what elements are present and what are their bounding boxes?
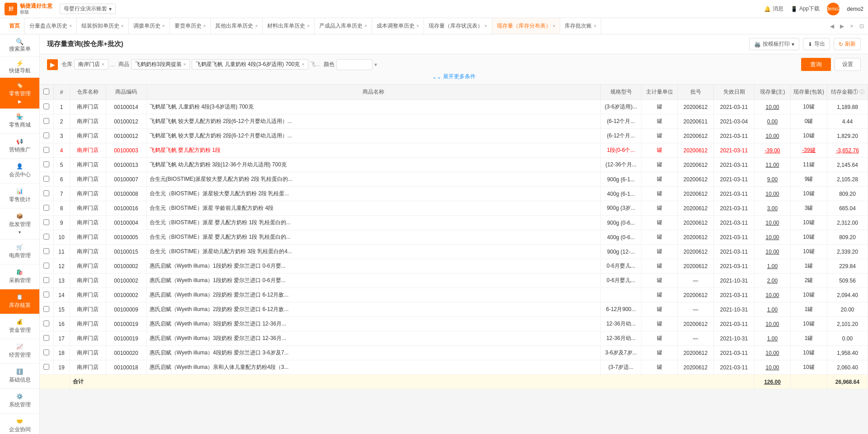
- row-stock1[interactable]: 10.00: [755, 129, 791, 143]
- settings-button[interactable]: 设置: [835, 58, 861, 71]
- row-stock1[interactable]: 2.00: [755, 274, 791, 288]
- product-more-icon[interactable]: 飞...: [310, 61, 320, 68]
- row-checkbox[interactable]: [43, 349, 49, 355]
- row-stock1[interactable]: 10.00: [755, 360, 791, 375]
- sidebar-item-ecommerce[interactable]: 🛒 电商管理: [0, 240, 39, 264]
- query-button[interactable]: 查询: [801, 58, 831, 71]
- close-icon[interactable]: ×: [255, 24, 258, 28]
- row-stock1[interactable]: -39.00: [755, 143, 791, 158]
- row-checkbox-cell[interactable]: [40, 259, 53, 274]
- row-checkbox[interactable]: [43, 219, 49, 225]
- row-stock1[interactable]: 1.00: [755, 302, 791, 317]
- close-icon[interactable]: ×: [485, 24, 487, 28]
- row-stock1[interactable]: 1.00: [755, 331, 791, 346]
- tab-yaohuo-history[interactable]: 要货单历史 ×: [170, 18, 211, 34]
- row-checkbox[interactable]: [43, 104, 49, 109]
- row-checkbox[interactable]: [43, 205, 49, 211]
- warehouse-tag[interactable]: 南岸门店 ×: [74, 59, 108, 70]
- row-checkbox[interactable]: [43, 306, 49, 312]
- tab-chancheng-history[interactable]: 产成品入库单历史 ×: [315, 18, 372, 34]
- close-icon[interactable]: ×: [69, 24, 72, 28]
- row-checkbox[interactable]: [43, 118, 49, 124]
- close-icon[interactable]: ×: [594, 24, 596, 28]
- template-print-button[interactable]: 🖨️ 按模板打印 ▾: [749, 38, 799, 50]
- close-icon[interactable]: ×: [307, 24, 310, 28]
- row-stock1[interactable]: 10.00: [755, 230, 791, 245]
- close-icon[interactable]: ×: [364, 24, 367, 28]
- row-checkbox-cell[interactable]: [40, 317, 53, 331]
- expand-filter-button[interactable]: ⌄⌄ 展开更多条件: [432, 73, 476, 80]
- row-checkbox[interactable]: [43, 132, 49, 138]
- sidebar-item-purchase[interactable]: 🛍️ 采购管理: [0, 264, 39, 289]
- row-stock1[interactable]: 10.00: [755, 187, 791, 201]
- tab-fenliang-history[interactable]: 分量盘点单历史 ×: [25, 18, 77, 34]
- row-checkbox-cell[interactable]: [40, 302, 53, 317]
- sidebar-item-inventory[interactable]: 📋 库存核算: [0, 289, 39, 314]
- row-checkbox[interactable]: [43, 321, 49, 326]
- row-checkbox-cell[interactable]: [40, 274, 53, 288]
- user-avatar[interactable]: demo2: [827, 3, 840, 15]
- tab-xiancunliang-dist[interactable]: 现存量（库存分布表） ×: [492, 18, 561, 34]
- sidebar-item-enterprise[interactable]: 🤝 企业协同: [0, 414, 39, 434]
- row-checkbox-cell[interactable]: [40, 143, 53, 158]
- row-stock1[interactable]: 1.00: [755, 259, 791, 274]
- app-download-button[interactable]: 📱 App下载: [791, 5, 820, 13]
- row-stock1[interactable]: 11.00: [755, 158, 791, 172]
- sidebar-item-system[interactable]: ⚙️ 系统管理: [0, 389, 39, 414]
- row-stock1[interactable]: 10.00: [755, 245, 791, 259]
- row-checkbox[interactable]: [43, 263, 49, 269]
- row-checkbox-cell[interactable]: [40, 158, 53, 172]
- row-checkbox[interactable]: [43, 234, 49, 240]
- close-icon[interactable]: ×: [553, 24, 556, 28]
- row-checkbox-cell[interactable]: [40, 129, 53, 143]
- refresh-button[interactable]: ↻ 刷新: [834, 38, 861, 50]
- row-checkbox[interactable]: [43, 190, 49, 196]
- row-stock1[interactable]: 0.00: [755, 114, 791, 129]
- row-checkbox[interactable]: [43, 335, 49, 341]
- sidebar-item-retail[interactable]: 🏷️ 零售管理 ▶: [0, 78, 39, 109]
- sidebar-item-operations[interactable]: 📈 经营管理: [0, 339, 39, 364]
- tab-chengbentiaoz-history[interactable]: 成本调整单历史 ×: [372, 18, 424, 34]
- tab-kucunpici-account[interactable]: 库存批次账 ×: [560, 18, 601, 34]
- tab-home[interactable]: 首页: [5, 18, 25, 34]
- row-checkbox-cell[interactable]: [40, 201, 53, 216]
- close-icon[interactable]: ×: [203, 24, 206, 28]
- sidebar-item-finance[interactable]: 💰 资金管理: [0, 314, 39, 339]
- close-icon[interactable]: ×: [162, 24, 165, 28]
- messages-button[interactable]: 🔔 消息: [764, 5, 783, 13]
- row-checkbox-cell[interactable]: [40, 114, 53, 129]
- row-checkbox-cell[interactable]: [40, 230, 53, 245]
- row-checkbox[interactable]: [43, 248, 49, 254]
- info-icon[interactable]: ⓘ: [859, 89, 864, 95]
- row-checkbox[interactable]: [43, 176, 49, 182]
- remove-warehouse-tag-icon[interactable]: ×: [102, 62, 104, 67]
- sidebar-item-quicknav[interactable]: ⚡ 快捷导航: [0, 57, 39, 78]
- row-stock1[interactable]: 10.00: [755, 317, 791, 331]
- tab-cailiao-history[interactable]: 材料出库单历史 ×: [263, 18, 315, 34]
- sidebar-item-members[interactable]: 👤 会员中心: [0, 159, 39, 184]
- row-checkbox[interactable]: [43, 147, 49, 153]
- sidebar-item-wholesale[interactable]: 📦 批发管理 ▾: [0, 208, 39, 240]
- row-checkbox-cell[interactable]: [40, 346, 53, 360]
- row-checkbox-cell[interactable]: [40, 172, 53, 187]
- remove-product2-icon[interactable]: ×: [302, 62, 304, 67]
- nav-next-arrow[interactable]: ▶: [837, 22, 846, 31]
- close-icon[interactable]: ×: [121, 24, 124, 28]
- row-checkbox-cell[interactable]: [40, 187, 53, 201]
- row-checkbox-cell[interactable]: [40, 216, 53, 230]
- col-checkbox[interactable]: [40, 85, 53, 100]
- row-checkbox-cell[interactable]: [40, 100, 53, 114]
- row-checkbox[interactable]: [43, 364, 49, 370]
- industry-selector[interactable]: 母婴行业演示账套 ▾: [60, 4, 116, 14]
- close-icon[interactable]: ×: [416, 24, 419, 28]
- filter-toggle-button[interactable]: ▶: [47, 59, 58, 70]
- tab-diaob-history[interactable]: 调拨单历史 ×: [129, 18, 170, 34]
- username[interactable]: demo2: [847, 6, 863, 12]
- row-stock1[interactable]: 10.00: [755, 216, 791, 230]
- row-checkbox-cell[interactable]: [40, 245, 53, 259]
- row-checkbox[interactable]: [43, 277, 49, 283]
- warehouse-more-icon[interactable]: ...: [110, 61, 115, 68]
- tab-zuzhang-history[interactable]: 组装拆卸单历史 ×: [77, 18, 129, 34]
- nav-close-arrow[interactable]: ×: [847, 22, 856, 31]
- row-checkbox[interactable]: [43, 161, 49, 167]
